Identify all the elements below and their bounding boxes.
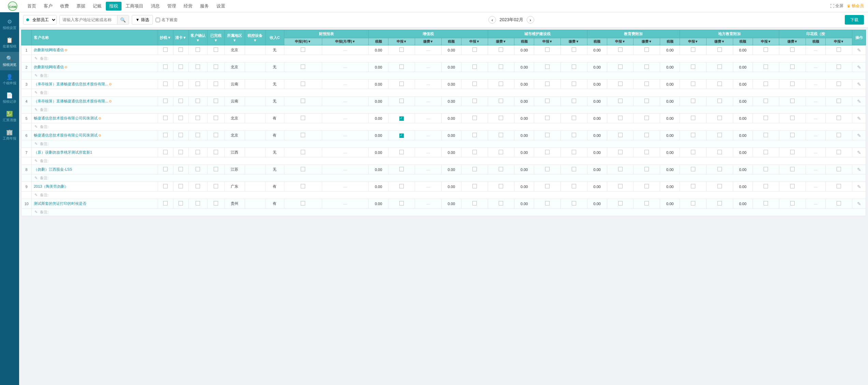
cell-note[interactable]: ✎ 备注: xyxy=(32,157,866,165)
cell-note[interactable]: ✎ 备注: xyxy=(32,209,866,216)
th-device[interactable]: 税控设备▼ xyxy=(245,30,265,45)
cell-df-e: 0.00 xyxy=(733,199,753,209)
nav-fee[interactable]: 收费 xyxy=(57,2,72,11)
cell-confirm xyxy=(188,131,207,140)
cell-clientname[interactable]: （勿删）江西股金-LSS xyxy=(32,165,158,174)
nav-business[interactable]: 工商项目 xyxy=(122,2,147,11)
account-checkbox[interactable] xyxy=(156,18,160,22)
cell-action[interactable]: ✎ xyxy=(852,148,866,157)
cell-action[interactable]: ✎ xyxy=(852,45,866,55)
th-paid[interactable]: 已完税▼ xyxy=(207,30,224,45)
account-checkbox-label[interactable]: 名下账套 xyxy=(156,17,178,23)
cell-zz-sb xyxy=(388,97,415,106)
cell-note[interactable]: ✎ 备注: xyxy=(32,55,866,62)
taxsettings-icon: ⚙ xyxy=(7,18,12,25)
cell-confirm xyxy=(188,80,207,89)
cell-action[interactable]: ✎ xyxy=(852,165,866,174)
cell-jy-jf xyxy=(634,114,660,123)
cell-clientname[interactable]: 勿删新锐网络通信⊙ xyxy=(32,62,158,72)
th-zz-jf[interactable]: 缴费▼ xyxy=(415,38,442,45)
nav-operation[interactable]: 经营 xyxy=(180,2,196,11)
cell-clientname[interactable]: 畅捷通信息技术股份有限公司民珠测试⊙ xyxy=(32,114,158,123)
nav-message[interactable]: 消息 xyxy=(147,2,163,11)
cell-action[interactable]: ✎ xyxy=(852,80,866,89)
search-input[interactable] xyxy=(60,15,117,24)
cell-note[interactable]: ✎ 备注: xyxy=(32,89,866,97)
th-chao[interactable]: 抄税▼ xyxy=(158,30,173,45)
cell-clientname[interactable]: 勿删新锐网络通信⊙ xyxy=(32,45,158,55)
leftnav-item-annualreport[interactable]: 🏢 工商年报 xyxy=(0,126,19,144)
th-yinshua: 印花税（按 xyxy=(779,30,852,38)
th-ys-jf[interactable]: 缴费▼ xyxy=(779,38,806,45)
cell-cw-year xyxy=(284,97,322,106)
leftnav-item-annualsettle[interactable]: 💹 汇算清缴 xyxy=(0,107,19,126)
cell-chao xyxy=(158,131,173,140)
th-cs-jf2[interactable]: 缴费▼ xyxy=(561,38,587,45)
cell-income: 有 xyxy=(265,114,284,123)
cell-cs-jf2 xyxy=(561,131,587,140)
cell-note[interactable]: ✎ 备注: xyxy=(32,140,866,148)
nav-home[interactable]: 首页 xyxy=(24,2,40,11)
th-cs-jf[interactable]: 缴费▼ xyxy=(488,38,514,45)
cell-note[interactable]: ✎ 备注: xyxy=(32,123,866,131)
leftnav-item-browse[interactable]: 🔍 报税浏览 xyxy=(0,52,19,70)
cell-note[interactable]: ✎ 备注: xyxy=(32,72,866,80)
nav-manage[interactable]: 管理 xyxy=(164,2,180,11)
download-button[interactable]: 下载 xyxy=(845,15,864,25)
nav-invoice[interactable]: 票据 xyxy=(73,2,89,11)
cell-action[interactable]: ✎ xyxy=(852,131,866,140)
th-confirm[interactable]: 客户确认▼ xyxy=(188,30,207,45)
cell-action[interactable]: ✎ xyxy=(852,182,866,191)
th-region[interactable]: 所属地区▼ xyxy=(224,30,245,45)
th-jy-jf[interactable]: 缴费▼ xyxy=(634,38,660,45)
th-jy-sb[interactable]: 申报▼ xyxy=(607,38,634,45)
th-qingka[interactable]: 清卡▼ xyxy=(173,30,188,45)
search-button[interactable]: 🔍 xyxy=(117,15,129,24)
leftnav-item-individual[interactable]: 👤 个税申报 xyxy=(0,70,19,89)
vip-btn[interactable]: ♛ 畅会员 xyxy=(847,3,864,9)
th-cs-sb[interactable]: 申报▼ xyxy=(534,38,561,45)
cell-note[interactable]: ✎ 备注: xyxy=(32,106,866,114)
employee-filter[interactable]: 全部员工 xyxy=(31,15,56,24)
nav-service[interactable]: 服务 xyxy=(197,2,212,11)
th-zz-sb2[interactable]: 申报▼ xyxy=(461,38,488,45)
th-caiwu-year[interactable]: 申报(年)▼ xyxy=(284,38,322,45)
leftnav-item-record[interactable]: 📄 报税记录 xyxy=(0,89,19,107)
cell-cw-year xyxy=(284,80,322,89)
cell-action[interactable]: ✎ xyxy=(852,114,866,123)
cell-clientname[interactable]: 测试斯套的凭证打印的时候是否 xyxy=(32,199,158,209)
th-ys-sb[interactable]: 申报▼ xyxy=(826,38,852,45)
filter-button[interactable]: ▼ 筛选 xyxy=(132,15,153,25)
cell-action[interactable]: ✎ xyxy=(852,199,866,209)
cell-action[interactable]: ✎ xyxy=(852,62,866,72)
cell-note[interactable]: ✎ 备注: xyxy=(32,174,866,182)
cell-clientname[interactable]: 畅捷通信息技术股份有限公司民珠测试⊙ xyxy=(32,131,158,140)
th-df-sb2[interactable]: 申报▼ xyxy=(753,38,779,45)
th-income[interactable]: 收入C xyxy=(265,30,284,45)
cell-clientname[interactable]: 2013（陶美劳勿删） xyxy=(32,182,158,191)
th-zz-sb[interactable]: 申报▼ xyxy=(388,38,415,45)
cell-clientname[interactable]: （库存核算）直播畅捷通信息技术股份有限...⊙ xyxy=(32,97,158,106)
cell-region: 北京 xyxy=(224,62,245,72)
cell-action[interactable]: ✎ xyxy=(852,97,866,106)
nav-client[interactable]: 客户 xyxy=(40,2,56,11)
nav-bookkeep[interactable]: 记账 xyxy=(89,2,105,11)
leftnav-item-batchreport[interactable]: 📋 批量报税 xyxy=(0,33,19,52)
cell-clientname[interactable]: （库存核算）直播畅捷通信息技术股份有限...⊙ xyxy=(32,80,158,89)
cell-note-num xyxy=(22,123,32,131)
prev-month-button[interactable]: ‹ xyxy=(488,16,496,24)
cell-ys-sb xyxy=(826,165,852,174)
fullscreen-btn[interactable]: ⛶ 全屏 xyxy=(830,3,843,9)
th-caiwu-month[interactable]: 申报(月/季)▼ xyxy=(322,38,369,45)
cell-ys-sb xyxy=(826,114,852,123)
cell-cw-month: — xyxy=(322,114,369,123)
next-month-button[interactable]: › xyxy=(527,16,534,24)
individual-icon: 👤 xyxy=(6,74,13,80)
nav-tax[interactable]: 报税 xyxy=(106,2,122,11)
th-df-sb[interactable]: 申报▼ xyxy=(680,38,707,45)
cell-clientname[interactable]: （原）误删勿放李桃牙测试所套新1 xyxy=(32,148,158,157)
nav-settings[interactable]: 设置 xyxy=(213,2,229,11)
leftnav-item-taxsettings[interactable]: ⚙ 报税设置 xyxy=(0,15,19,33)
th-df-jf[interactable]: 缴费▼ xyxy=(706,38,733,45)
cell-note[interactable]: ✎ 备注: xyxy=(32,191,866,199)
